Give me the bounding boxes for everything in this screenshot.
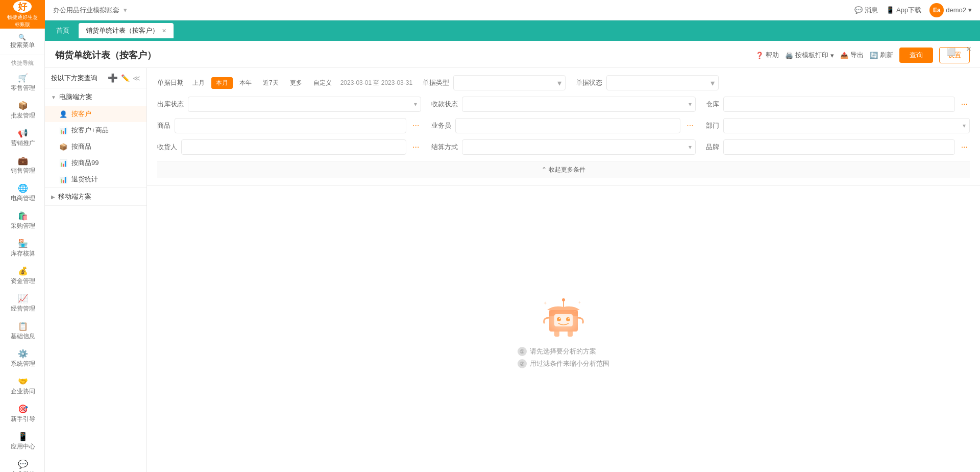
topbar: 办公用品行业模拟账套 ▾ 💬 消息 📱 App下载 Ea demo2 ▾	[45, 0, 980, 20]
sidebar-item-appcenter[interactable]: 📱 应用中心	[0, 428, 44, 455]
brand-label: 品牌	[706, 143, 719, 152]
receiver-more[interactable]: ···	[410, 143, 421, 152]
receiver-label: 收货人	[157, 143, 177, 152]
filter-settlement: 结算方式	[431, 139, 695, 155]
tab-home[interactable]: 首页	[49, 23, 77, 38]
tabbar: 首页 销货单统计表（按客户） ✕ ⬜ ✕	[45, 20, 980, 41]
scheme-product99-icon: 📊	[59, 159, 67, 167]
sidebar-item-sales[interactable]: 💼 销售管理	[0, 152, 44, 179]
scheme-item-customer-product[interactable]: 📊 按客户+商品	[45, 122, 146, 138]
help-button[interactable]: ❓ 帮助	[755, 51, 779, 60]
sidebar-item-finance[interactable]: 💰 资金管理	[0, 262, 44, 290]
retail-icon: 🛒	[18, 73, 28, 83]
sidebar-item-purchase[interactable]: 🛍️ 采购管理	[0, 207, 44, 234]
department-select[interactable]	[723, 118, 970, 133]
maximize-icon: ⬜	[947, 48, 955, 56]
salesperson-input[interactable]	[455, 118, 680, 133]
purchase-icon: 🛍️	[18, 211, 28, 221]
date-this-month[interactable]: 本月	[211, 77, 233, 89]
salesperson-more[interactable]: ···	[684, 121, 695, 130]
sidebar-item-enterprise[interactable]: 🤝 企业协同	[0, 372, 44, 400]
tab-maximize-button[interactable]: ⬜	[943, 45, 960, 58]
filter-product: 商品 ···	[157, 118, 421, 133]
company-dropdown-icon[interactable]: ▾	[124, 6, 127, 14]
user-dropdown-icon: ▾	[968, 6, 972, 14]
filter-row-3: 商品 ··· 业务员 ··· 部门	[157, 118, 970, 133]
date-more[interactable]: 更多	[285, 77, 307, 89]
settlement-select[interactable]	[462, 139, 695, 155]
user-menu[interactable]: Ea demo2 ▾	[929, 3, 972, 17]
stock-status-select[interactable]	[188, 97, 421, 112]
scheme-item-product[interactable]: 📦 按商品	[45, 138, 146, 155]
collapse-scheme-button[interactable]: ≪	[133, 74, 140, 82]
tab-close-icon[interactable]: ✕	[162, 28, 166, 34]
brand-more[interactable]: ···	[959, 143, 970, 152]
refresh-button[interactable]: 🔄 刷新	[870, 51, 893, 60]
collapse-filter-button[interactable]: ⌃ 收起更多条件	[157, 161, 970, 178]
scheme-header-title: 按以下方案查询	[51, 74, 104, 83]
date-last-7days[interactable]: 近7天	[258, 77, 283, 89]
sidebar-item-wholesale[interactable]: 📦 批发管理	[0, 97, 44, 124]
sidebar-item-retail[interactable]: 🛒 零售管理	[0, 69, 44, 97]
scheme-item-customer[interactable]: 👤 按客户	[45, 106, 146, 122]
date-custom[interactable]: 自定义	[309, 77, 336, 89]
date-shortcuts: 上月 本月 本年 近7天 更多 自定义 2023-03-01 至 2023-03…	[188, 77, 412, 89]
scheme-section-header-desktop[interactable]: ▼ 电脑端方案	[45, 88, 146, 106]
doc-type-select[interactable]	[453, 75, 566, 90]
scheme-section-mobile-label: 移动端方案	[58, 192, 91, 201]
sidebar-item-system[interactable]: ⚙️ 系统管理	[0, 345, 44, 372]
tab-sales-stats-label: 销货单统计表（按客户）	[86, 26, 159, 35]
svg-point-5	[559, 318, 560, 319]
filter-warehouse: 仓库 ···	[706, 97, 970, 112]
scheme-customer-product-icon: 📊	[59, 127, 67, 134]
finance-icon: 💰	[18, 266, 28, 276]
help-icon: ❓	[755, 52, 764, 59]
sidebar-item-inventory[interactable]: 🏪 库存核算	[0, 234, 44, 262]
warehouse-more[interactable]: ···	[959, 100, 970, 109]
receiver-input[interactable]	[181, 139, 406, 155]
svg-rect-9	[554, 331, 559, 337]
product-input[interactable]	[175, 118, 406, 133]
svg-point-8	[562, 298, 565, 301]
export-button[interactable]: 📤 导出	[840, 51, 864, 60]
inventory-icon: 🏪	[18, 239, 28, 248]
scheme-header-actions: ➕ ✏️ ≪	[108, 73, 140, 83]
add-scheme-button[interactable]: ➕	[108, 73, 118, 83]
warehouse-input[interactable]	[723, 97, 955, 112]
user-avatar: Ea	[929, 3, 944, 17]
sidebar-item-newbie[interactable]: 🎯 新手引导	[0, 400, 44, 428]
date-last-month[interactable]: 上月	[188, 77, 209, 89]
svg-text:✦: ✦	[574, 310, 576, 313]
tab-sales-stats[interactable]: 销货单统计表（按客户） ✕	[79, 23, 174, 38]
print-button[interactable]: 🖨️ 按模板打印 ▾	[785, 51, 834, 60]
app-download-button[interactable]: 📱 App下载	[886, 6, 921, 15]
sidebar-item-operation[interactable]: 📈 经营管理	[0, 290, 44, 317]
date-this-year[interactable]: 本年	[235, 77, 256, 89]
scheme-item-product99[interactable]: 📊 按商品99	[45, 155, 146, 171]
sidebar-item-ecommerce[interactable]: 🌐 电商管理	[0, 179, 44, 207]
result-area: ✦ ✦ ✦ ① 请先选择要分析的方案 ② 用过滤条件来缩小分析范围	[147, 186, 980, 472]
edit-scheme-button[interactable]: ✏️	[121, 74, 130, 82]
sidebar-item-marketing[interactable]: 📢 营销推广	[0, 124, 44, 152]
sidebar-item-wechat[interactable]: 💬 企业微信	[0, 455, 44, 472]
department-label: 部门	[706, 121, 719, 130]
hint-text-2: 用过滤条件来缩小分析范围	[530, 359, 609, 368]
scheme-header: 按以下方案查询 ➕ ✏️ ≪	[45, 68, 146, 88]
doc-status-select[interactable]	[606, 75, 719, 90]
svg-text:✦: ✦	[578, 300, 581, 305]
filter-receiver: 收货人 ···	[157, 139, 421, 155]
doc-type-wrapper: ▾	[453, 75, 566, 90]
brand-input[interactable]	[723, 139, 955, 155]
tab-close-window[interactable]: ✕	[966, 45, 972, 53]
scheme-section-desktop-label: 电脑端方案	[59, 92, 92, 102]
scheme-section-header-mobile[interactable]: ▶ 移动端方案	[45, 188, 146, 205]
newbie-icon: 🎯	[18, 404, 28, 414]
sidebar-item-basic[interactable]: 📋 基础信息	[0, 317, 44, 345]
sidebar-search[interactable]: 🔍搜索菜单	[0, 29, 44, 55]
message-button[interactable]: 💬 消息	[854, 6, 878, 15]
scheme-item-return[interactable]: 📊 退货统计	[45, 171, 146, 187]
empty-hint-1: ① 请先选择要分析的方案	[518, 347, 609, 356]
product-more[interactable]: ···	[410, 121, 421, 130]
query-button[interactable]: 查询	[899, 48, 933, 63]
payment-status-select[interactable]	[462, 97, 695, 112]
